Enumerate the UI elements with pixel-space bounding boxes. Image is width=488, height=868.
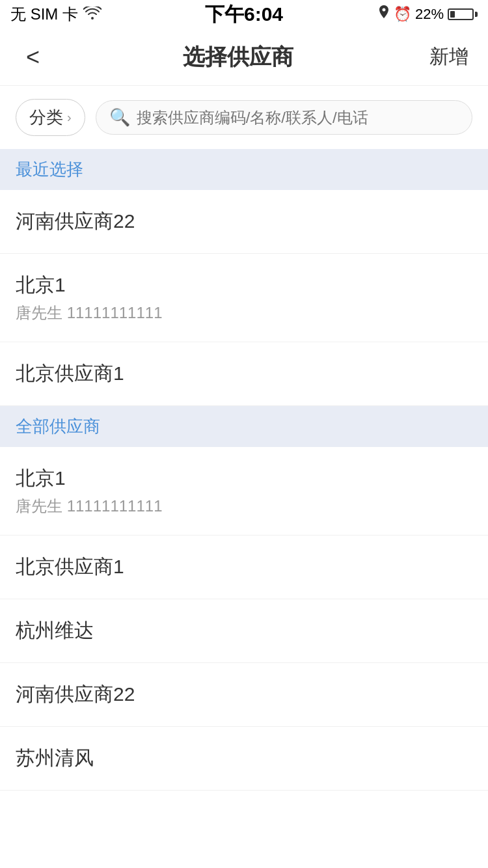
item-name: 河南供应商22: [16, 208, 472, 235]
recent-list: 河南供应商22北京1唐先生 11111111111北京供应商1: [0, 190, 488, 406]
back-button[interactable]: <: [20, 37, 46, 77]
search-icon: 🔍: [109, 107, 130, 128]
all-section-label: 全部供应商: [16, 416, 100, 436]
chevron-right-icon: ›: [67, 110, 72, 125]
item-sub: 唐先生 11111111111: [16, 303, 472, 323]
item-name: 河南供应商22: [16, 681, 472, 708]
list-item[interactable]: 杭州维达: [0, 599, 488, 663]
item-name: 北京供应商1: [16, 554, 472, 580]
list-item[interactable]: 河南供应商22: [0, 190, 488, 254]
item-name: 杭州维达: [16, 617, 472, 644]
status-bar: 无 SIM 卡 下午6:04 ⏰ 22%: [0, 0, 488, 29]
all-list: 北京1唐先生 11111111111北京供应商1杭州维达河南供应商22苏州清风: [0, 447, 488, 791]
list-item[interactable]: 河南供应商22: [0, 663, 488, 727]
recent-section-label: 最近选择: [16, 159, 83, 179]
alarm-icon: ⏰: [394, 6, 411, 23]
battery-icon: [448, 8, 478, 20]
status-right: ⏰ 22%: [378, 5, 478, 23]
location-icon: [378, 5, 390, 23]
page-title: 选择供应商: [183, 42, 293, 72]
status-time: 下午6:04: [205, 1, 283, 28]
add-button[interactable]: 新增: [429, 44, 468, 70]
search-box: 🔍: [96, 100, 472, 135]
item-name: 北京1: [16, 465, 472, 492]
no-sim-text: 无 SIM 卡: [10, 4, 78, 25]
battery-text: 22%: [415, 6, 444, 23]
item-name: 苏州清风: [16, 745, 472, 772]
filter-bar: 分类 › 🔍: [0, 86, 488, 149]
list-item[interactable]: 北京供应商1: [0, 536, 488, 599]
status-left: 无 SIM 卡: [10, 4, 102, 25]
list-item[interactable]: 北京1唐先生 11111111111: [0, 447, 488, 536]
all-section-header: 全部供应商: [0, 406, 488, 447]
category-button[interactable]: 分类 ›: [16, 99, 85, 136]
list-item[interactable]: 北京1唐先生 11111111111: [0, 254, 488, 342]
item-sub: 唐先生 11111111111: [16, 496, 472, 517]
list-item[interactable]: 苏州清风: [0, 727, 488, 791]
wifi-icon: [83, 5, 102, 23]
recent-section-header: 最近选择: [0, 149, 488, 190]
search-input[interactable]: [137, 109, 459, 127]
category-label: 分类: [29, 106, 63, 129]
item-name: 北京1: [16, 272, 472, 299]
list-item[interactable]: 北京供应商1: [0, 342, 488, 406]
item-name: 北京供应商1: [16, 360, 472, 387]
nav-bar: < 选择供应商 新增: [0, 29, 488, 86]
